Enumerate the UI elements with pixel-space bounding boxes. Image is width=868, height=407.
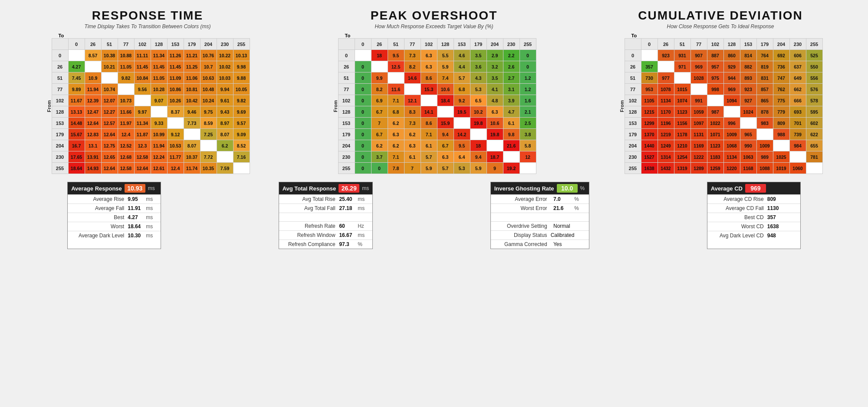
rt-dark-unit: ms <box>146 233 156 239</box>
col-header: 77 <box>404 39 421 50</box>
col-header: 0 <box>68 39 85 50</box>
heatmap-cell: 12.58 <box>118 163 134 174</box>
heatmap-cell: 10.22 <box>217 50 233 61</box>
heatmap-cell: 1299 <box>641 118 658 129</box>
heatmap-cell: 1370 <box>641 129 658 140</box>
heatmap-cell: 809 <box>773 118 789 129</box>
heatmap-cell: 6.3 <box>487 106 503 118</box>
heatmap-cell: 1131 <box>690 129 707 140</box>
heatmap-cell: 0 <box>355 163 371 174</box>
heatmap-cell: 779 <box>773 106 789 118</box>
table-row: 179137012191178113110711009965988739622 <box>625 129 822 140</box>
heatmap-cell: 12 <box>519 151 536 163</box>
peak-overshoot-table: 02651771021281531792042302550189.57.36.3… <box>338 38 536 174</box>
heatmap-cell: 0 <box>355 106 371 118</box>
heatmap-cell: 10.99 <box>151 129 167 140</box>
heatmap-cell <box>707 95 723 106</box>
heatmap-cell: 9.07 <box>151 95 167 106</box>
ig-avg-label: Inverse Ghosting Rate <box>494 185 554 192</box>
row-header: 255 <box>52 163 68 174</box>
table-row: 0923931907887860814764692606525 <box>625 50 822 61</box>
heatmap-cell: 649 <box>789 72 806 84</box>
heatmap-cell: 6.1 <box>421 140 437 151</box>
heatmap-cell: 6.1 <box>503 118 519 129</box>
heatmap-cell: 1074 <box>674 95 690 106</box>
heatmap-cell: 923 <box>740 84 756 95</box>
main-container: RESPONSE TIME Time Display Takes To Tran… <box>4 9 864 174</box>
col-header: 204 <box>487 39 503 50</box>
ig-worst-error-unit: % <box>574 205 585 211</box>
heatmap-cell: 12.64 <box>101 163 118 174</box>
row-header: 128 <box>52 106 68 118</box>
heatmap-cell: 7.59 <box>217 163 233 174</box>
po-spacer <box>279 213 373 221</box>
heatmap-cell: 5.3 <box>454 163 470 174</box>
heatmap-cell: 6.5 <box>470 95 487 106</box>
col-header: 179 <box>470 39 487 50</box>
heatmap-cell: 6.7 <box>437 140 454 151</box>
table-row: 517.4510.99.8210.8411.0511.0911.0610.631… <box>52 72 250 84</box>
cd-worst: Worst CD 1638 <box>707 222 800 231</box>
heatmap-cell <box>789 151 806 163</box>
heatmap-cell: 576 <box>806 84 822 95</box>
heatmap-cell: 0 <box>519 61 536 72</box>
heatmap-cell: 11.26 <box>167 50 184 61</box>
ig-stats-header: Inverse Ghosting Rate 10.0 % <box>491 182 589 194</box>
table-row: 15312991196115610971022996983809701602 <box>625 118 822 129</box>
heatmap-cell: 762 <box>773 84 789 95</box>
heatmap-cell: 18.64 <box>68 163 85 174</box>
table-row: 5109.914.68.67.45.74.33.52.71.2 <box>338 72 536 84</box>
heatmap-cell: 8.2 <box>404 61 421 72</box>
row-header: 128 <box>338 106 355 118</box>
heatmap-cell: 1024 <box>740 106 756 118</box>
po-stats-header: Avg Total Response 26.29 ms <box>279 182 373 194</box>
heatmap-cell: 13.91 <box>85 151 101 163</box>
heatmap-cell: 3.9 <box>503 95 519 106</box>
heatmap-cell: 1025 <box>773 151 789 163</box>
heatmap-cell: 1249 <box>658 140 674 151</box>
ig-display-status: Display Status Calibrated <box>491 230 589 240</box>
heatmap-cell: 7.16 <box>233 151 250 163</box>
row-header: 26 <box>338 61 355 72</box>
response-time-table: 026517710212815317920423025508.5710.3810… <box>52 38 250 174</box>
heatmap-cell: 1440 <box>641 140 658 151</box>
heatmap-cell <box>134 95 151 106</box>
heatmap-cell: 19.8 <box>487 129 503 140</box>
heatmap-cell: 8.07 <box>184 140 200 151</box>
heatmap-cell: 10.6 <box>487 118 503 129</box>
heatmap-cell: 2.1 <box>519 106 536 118</box>
cd-fall: Average CD Fall 1130 <box>707 204 800 213</box>
heatmap-cell: 10.05 <box>233 84 250 95</box>
heatmap-cell: 1123 <box>674 106 690 118</box>
table-row: 20416.713.112.7512.5212.311.9410.538.076… <box>52 140 250 151</box>
po-fall-label: Avg Total Fall <box>283 205 335 211</box>
rt-dark: Average Dark Level 10.30 ms <box>68 231 161 240</box>
heatmap-cell: 18.7 <box>487 151 503 163</box>
heatmap-cell: 12.68 <box>118 151 134 163</box>
heatmap-cell: 655 <box>806 140 822 151</box>
heatmap-cell: 1183 <box>707 151 723 163</box>
heatmap-cell: 6.8 <box>454 84 470 95</box>
heatmap-cell: 6.7 <box>371 129 388 140</box>
table-row: 779.8911.9410.749.5610.2810.8610.8110.48… <box>52 84 250 95</box>
heatmap-cell: 11.25 <box>184 61 200 72</box>
col-header: 204 <box>773 39 789 50</box>
heatmap-cell: 739 <box>789 129 806 140</box>
heatmap-cell: 998 <box>707 84 723 95</box>
heatmap-cell: 14.2 <box>454 129 470 140</box>
heatmap-cell: 14.48 <box>68 118 85 129</box>
ig-avg-error-value: 7.0 <box>550 196 572 202</box>
heatmap-cell: 11.77 <box>167 151 184 163</box>
heatmap-cell <box>773 140 789 151</box>
row-header: 204 <box>625 140 641 151</box>
row-header: 128 <box>625 106 641 118</box>
response-time-to-label: To <box>59 33 64 38</box>
heatmap-cell: 8.07 <box>217 129 233 140</box>
row-header: 26 <box>625 61 641 72</box>
heatmap-cell: 11.06 <box>184 72 200 84</box>
heatmap-cell: 0 <box>355 129 371 140</box>
heatmap-cell: 0 <box>355 72 371 84</box>
heatmap-cell: 1068 <box>723 140 740 151</box>
row-header: 153 <box>338 118 355 129</box>
heatmap-cell: 736 <box>773 61 789 72</box>
